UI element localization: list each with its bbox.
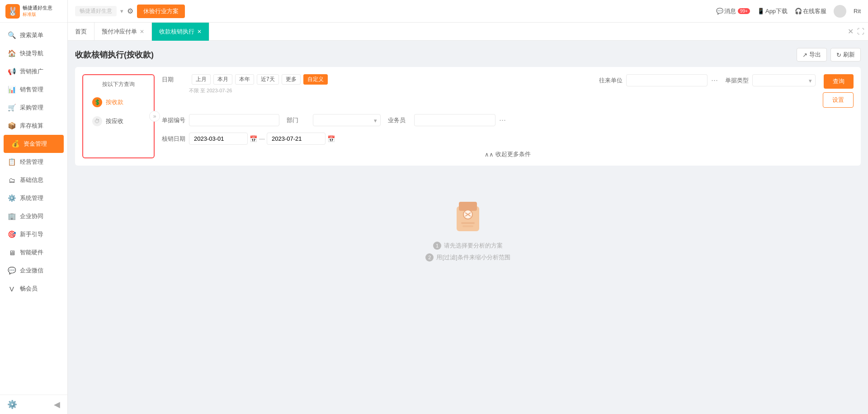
date-btn-this-year[interactable]: 本年 — [235, 74, 254, 85]
sidebar-item-guide[interactable]: 🎯 新手引导 — [0, 225, 67, 243]
sidebar-label-basic: 基础信息 — [20, 176, 43, 184]
sidebar-item-purchase[interactable]: 🛒 采购管理 — [0, 99, 67, 117]
query-button[interactable]: 查询 — [824, 74, 854, 89]
tab-collect-label: 收款核销执行 — [159, 28, 194, 36]
solution-button[interactable]: 休验行业方案 — [137, 5, 185, 18]
sidebar-item-sales[interactable]: 📊 销售管理 — [0, 81, 67, 99]
sidebar-label-inventory: 库存核算 — [20, 122, 43, 130]
sidebar-settings-icon[interactable]: ⚙️ — [7, 400, 17, 409]
tab-collect[interactable]: 收款核销执行 ✕ — [152, 23, 209, 41]
doc-type-select[interactable] — [752, 74, 816, 86]
topbar-dropdown-arrow[interactable]: ▾ — [120, 8, 123, 14]
sidebar-label-guide: 新手引导 — [20, 230, 43, 238]
salesperson-more-icon[interactable]: ··· — [499, 115, 506, 125]
purchase-icon: 🛒 — [7, 103, 16, 112]
export-button[interactable]: ↗ 导出 — [797, 48, 827, 62]
sidebar-item-enterprise[interactable]: 🏢 企业协同 — [0, 207, 67, 225]
sidebar-item-system[interactable]: ⚙️ 系统管理 — [0, 189, 67, 207]
date-no-limit: 不限 至 2023-07-26 — [189, 87, 592, 94]
empty-state: 1 请先选择要分析的方案 2 用[过滤]条件来缩小分析范围 — [75, 166, 861, 280]
hint-number-2: 2 — [425, 253, 434, 262]
app-download-label: App下载 — [765, 7, 788, 15]
date-label: 日期 — [162, 76, 184, 84]
date-btn-last-month[interactable]: 上月 — [192, 74, 211, 85]
sidebar-label-marketing: 营销推广 — [20, 67, 43, 76]
service-label: 在线客服 — [803, 7, 826, 15]
sidebar-item-basic[interactable]: 🗂 基础信息 — [0, 171, 67, 189]
sidebar-item-operations[interactable]: 📋 经营管理 — [0, 153, 67, 171]
date-range-separator: — — [259, 135, 265, 142]
app-icon: 📱 — [757, 8, 764, 14]
verify-date-end-input[interactable] — [267, 133, 326, 145]
date-btn-7days[interactable]: 近7天 — [257, 74, 279, 85]
doc-type-select-wrapper: ▾ — [752, 74, 816, 86]
member-icon: V — [7, 284, 16, 293]
sidebar-item-wechat[interactable]: 💬 企业微信 — [0, 262, 67, 280]
partner-input[interactable] — [626, 74, 708, 86]
tab-expand-icon[interactable]: ⛶ — [857, 28, 864, 36]
date-btn-more[interactable]: 更多 — [282, 74, 301, 85]
tab-home[interactable]: 首页 — [68, 23, 94, 41]
date-btn-this-month[interactable]: 本月 — [213, 74, 232, 85]
sidebar-item-finance[interactable]: 💰 资金管理 — [4, 135, 64, 153]
empty-hint-2: 2 用[过滤]条件来缩小分析范围 — [425, 253, 510, 262]
topbar: 畅捷通好生意 ▾ ⚙ 休验行业方案 💬 消息 99+ 📱 App下载 🎧 在线客… — [68, 0, 868, 23]
topbar-gear-icon[interactable]: ⚙ — [127, 7, 133, 15]
tab-prepay[interactable]: 预付冲应付单 ✕ — [94, 23, 152, 41]
setting-button[interactable]: 设置 — [823, 92, 854, 108]
topbar-left: 畅捷通好生意 ▾ ⚙ 休验行业方案 — [75, 5, 185, 18]
basic-icon: 🗂 — [7, 176, 16, 185]
verify-date-start-calendar-icon[interactable]: 📅 — [250, 135, 257, 143]
sidebar-item-hardware[interactable]: 🖥 智能硬件 — [0, 243, 67, 262]
receipt-icon: 💲 — [92, 97, 102, 107]
message-icon: 💬 — [716, 8, 723, 14]
sales-icon: 📊 — [7, 85, 16, 94]
main: 畅捷通好生意 ▾ ⚙ 休验行业方案 💬 消息 99+ 📱 App下载 🎧 在线客… — [68, 0, 868, 414]
sidebar-item-quick-nav[interactable]: 🏠 快捷导航 — [0, 44, 67, 62]
filter-sidebar-collapse-btn[interactable]: » — [149, 111, 160, 122]
sidebar-item-member[interactable]: V 畅会员 — [0, 280, 67, 298]
sidebar-collapse-icon[interactable]: ◀ — [54, 400, 60, 409]
sidebar-item-inventory[interactable]: 📦 库存核算 — [0, 117, 67, 135]
tab-prepay-close-icon[interactable]: ✕ — [140, 29, 144, 35]
sidebar-menu: 🔍 搜索菜单 🏠 快捷导航 📢 营销推广 📊 销售管理 🛒 采购管理 📦 库存核… — [0, 23, 67, 395]
svg-rect-5 — [461, 222, 475, 224]
receivable-icon: ⏱ — [92, 116, 102, 126]
date-btn-custom[interactable]: 自定义 — [303, 74, 328, 85]
page-header: 收款核销执行(按收款) ↗ 导出 ↻ 刷新 — [75, 48, 861, 62]
verify-date-range: 📅 — 📅 — [189, 133, 335, 145]
filter-option-by-receivable[interactable]: ⏱ 按应收 — [87, 113, 150, 130]
message-badge: 99+ — [738, 8, 750, 14]
dept-field: 部门 ▾ — [287, 114, 381, 126]
sidebar-label-wechat: 企业微信 — [20, 266, 43, 275]
dept-select[interactable] — [313, 114, 381, 126]
filter-receivable-label: 按应收 — [106, 117, 123, 125]
export-icon: ↗ — [802, 52, 807, 58]
sidebar-item-marketing[interactable]: 📢 营销推广 — [0, 62, 67, 81]
wechat-icon: 💬 — [7, 266, 16, 275]
sidebar-label-quick-nav: 快捷导航 — [20, 49, 43, 57]
sidebar-label-purchase: 采购管理 — [20, 104, 43, 112]
app-download-link[interactable]: 📱 App下载 — [757, 7, 788, 15]
message-area[interactable]: 💬 消息 99+ — [716, 7, 750, 15]
partner-more-icon[interactable]: ··· — [711, 76, 718, 85]
verify-date-start-input[interactable] — [189, 133, 248, 145]
sidebar-label-member: 畅会员 — [20, 285, 38, 293]
avatar[interactable] — [834, 5, 846, 18]
logo-name: 畅捷通好生意 — [23, 5, 52, 11]
doc-type-field: 单据类型 ▾ — [725, 74, 816, 86]
collapse-more-btn[interactable]: ∧∧ 收起更多条件 — [485, 150, 531, 158]
sidebar-label-enterprise: 企业协同 — [20, 212, 43, 220]
verify-date-end-calendar-icon[interactable]: 📅 — [327, 135, 335, 143]
tab-close-all-icon[interactable]: ✕ — [848, 27, 854, 36]
sidebar: 🐰 畅捷通好生意 标准版 🔍 搜索菜单 🏠 快捷导航 📢 营销推广 📊 销售管理… — [0, 0, 68, 414]
sidebar-item-search[interactable]: 🔍 搜索菜单 — [0, 26, 67, 44]
refresh-icon: ↻ — [836, 52, 841, 58]
customer-service-link[interactable]: 🎧 在线客服 — [795, 7, 826, 15]
username: Rit — [854, 8, 861, 14]
tab-collect-close-icon[interactable]: ✕ — [197, 29, 202, 35]
filter-option-by-receipt[interactable]: 💲 按收款 — [87, 94, 150, 111]
salesperson-input[interactable] — [414, 114, 495, 126]
doc-no-input[interactable] — [189, 114, 279, 126]
refresh-button[interactable]: ↻ 刷新 — [830, 48, 861, 62]
